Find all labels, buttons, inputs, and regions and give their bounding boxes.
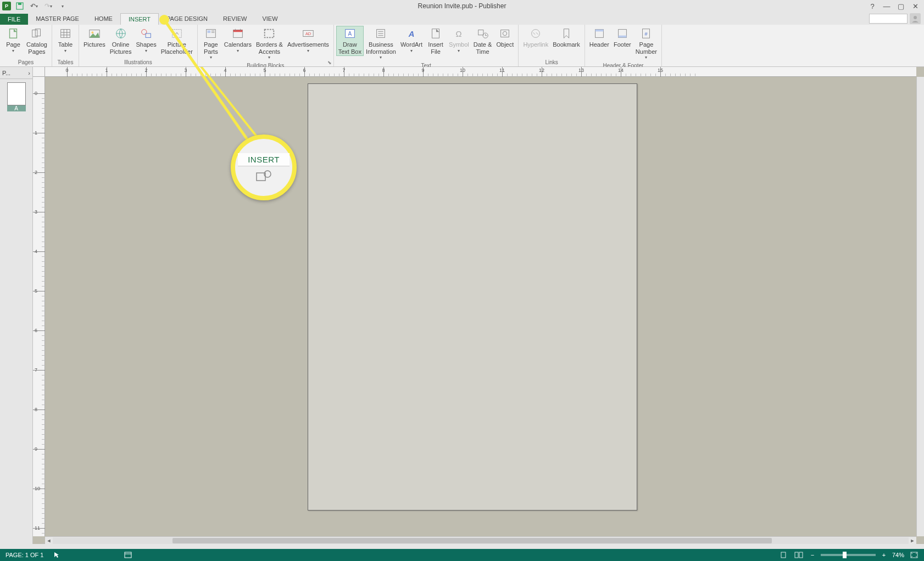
user-avatar-icon[interactable] [910,13,921,24]
minimize-button[interactable]: — [880,1,893,11]
shapes-button[interactable]: Shapes▾ [133,26,158,54]
page-navigation-pane: P... › A [0,67,33,544]
ribbon-group-header-footer: HeaderFooter#PageNumber▾Header & Footer [585,25,662,66]
status-bar: PAGE: 1 OF 1 − + 74% [0,549,924,561]
bookmark-icon [560,27,573,40]
picture-placeholder-button[interactable]: PicturePlaceholder [159,26,195,56]
page-parts-icon [204,27,218,40]
symbol-button: ΩSymbol▾ [447,26,471,54]
svg-rect-41 [501,30,509,37]
header-icon [593,27,606,40]
zoom-in-button[interactable]: + [880,552,888,558]
title-bar: P ↶▾ ↷▾ ▾ Reunion Invite.pub - Publisher… [0,0,924,12]
view-single-page-icon[interactable] [778,551,789,559]
svg-rect-37 [478,30,483,35]
advertisements-icon: AD [302,27,315,40]
horizontal-ruler[interactable]: 0123456789101112131415 [45,67,916,77]
group-label: Illustrations [79,59,197,66]
advertisements-button[interactable]: ADAdvertisements▾ [285,26,331,54]
dropdown-icon: ▾ [237,48,239,53]
insert-file-icon [429,27,442,40]
date-time-icon [476,27,489,40]
tab-view[interactable]: VIEW [254,13,285,25]
catalog-pages-icon [30,27,43,40]
nav-expand-icon[interactable]: › [28,70,30,76]
svg-text:Ω: Ω [456,30,462,38]
business-info-button[interactable]: BusinessInformation▾ [364,26,398,61]
footer-button[interactable]: Footer [611,26,633,49]
page-button[interactable]: Page▾ [2,26,24,54]
view-two-page-icon[interactable] [793,551,804,559]
object-position-icon [124,552,132,558]
signin-box[interactable] [869,14,908,24]
svg-rect-15 [146,33,151,37]
dropdown-icon: ▾ [145,48,147,53]
canvas-area[interactable]: 0123456789101112131415 01234567891011 ◄ … [33,67,924,544]
object-icon [498,27,511,40]
ribbon-group-illustrations: PicturesOnlinePicturesShapes▾PicturePlac… [79,25,198,66]
svg-point-43 [532,30,540,38]
zoom-slider[interactable] [821,554,876,556]
page-indicator[interactable]: PAGE: 1 OF 1 [5,552,44,558]
scroll-right-icon[interactable]: ► [909,537,916,545]
undo-button[interactable]: ↶▾ [29,1,40,11]
svg-rect-6 [61,30,70,38]
zoom-out-button[interactable]: − [809,552,816,558]
date-time-button[interactable]: Date &Time [471,26,494,56]
dialog-launcher-icon[interactable]: ⬊ [327,60,332,65]
online-pictures-button[interactable]: OnlinePictures [108,26,134,56]
object-button[interactable]: Object [494,26,516,49]
tab-file[interactable]: FILE [0,14,28,25]
tab-insert[interactable]: INSERT [120,13,159,25]
restore-button[interactable]: ▢ [894,1,908,11]
tab-master-page[interactable]: MASTER PAGE [28,13,87,25]
redo-button[interactable]: ↷▾ [43,1,54,11]
tab-review[interactable]: REVIEW [215,13,254,25]
wordart-button[interactable]: AWordArt▾ [398,26,425,54]
page-number-icon: # [639,27,653,40]
table-button[interactable]: Table▾ [54,26,76,54]
fit-page-icon[interactable] [909,551,920,559]
ribbon-group-pages: Page▾CatalogPagesPages [0,25,52,66]
svg-text:A: A [348,31,352,37]
ribbon-group-building-blocks: PageParts▾Calendars▾Borders &Accents▾ADA… [198,25,334,66]
help-button[interactable]: ? [866,1,879,11]
header-button[interactable]: Header [587,26,611,49]
qat-customize[interactable]: ▾ [57,1,68,11]
tab-home[interactable]: HOME [87,13,120,25]
business-info-icon [374,27,387,40]
vertical-scrollbar[interactable] [916,77,924,536]
svg-rect-58 [799,552,803,558]
draw-text-box-button[interactable]: ADrawText Box [336,26,364,56]
ribbon-group-tables: Table▾Tables [52,25,79,66]
dropdown-icon: ▾ [410,48,413,53]
horizontal-scrollbar[interactable]: ◄ ► [45,536,916,544]
pointer-mode-icon[interactable] [54,552,59,558]
svg-rect-1 [18,3,21,5]
scroll-left-icon[interactable]: ◄ [45,537,53,545]
save-button[interactable] [14,1,25,11]
svg-rect-3 [10,29,17,38]
publication-page[interactable] [308,83,637,510]
calendars-button[interactable]: Calendars▾ [222,26,254,54]
borders-accents-button[interactable]: Borders &Accents▾ [254,26,285,61]
pictures-button[interactable]: Pictures [81,26,108,49]
close-button[interactable]: ✕ [909,1,922,11]
page-thumbnail[interactable]: A [0,79,32,115]
dropdown-icon: ▾ [268,55,270,60]
svg-rect-57 [795,552,798,558]
bookmark-button[interactable]: Bookmark [550,26,582,49]
calendars-icon [231,27,244,40]
borders-accents-icon [263,27,276,40]
table-icon [59,27,72,40]
symbol-icon: Ω [452,27,465,40]
page-parts-button[interactable]: PageParts▾ [200,26,222,61]
ribbon-group-text: ADrawText BoxBusinessInformation▾AWordAr… [334,25,519,66]
page-number-button[interactable]: #PageNumber▾ [633,26,659,61]
vertical-ruler[interactable]: 01234567891011 [33,77,45,536]
dropdown-icon: ▾ [458,48,460,53]
page-thumbnail-label: A [7,105,26,111]
zoom-percent[interactable]: 74% [892,552,904,558]
insert-file-button[interactable]: InsertFile [425,26,447,56]
catalog-pages-button[interactable]: CatalogPages [24,26,49,56]
